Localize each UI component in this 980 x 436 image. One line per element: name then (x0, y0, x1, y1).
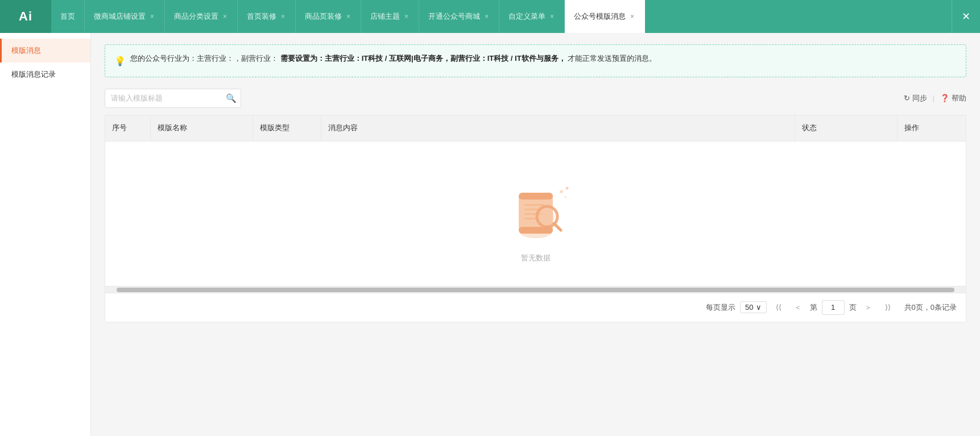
svg-rect-6 (524, 213, 543, 215)
svg-point-9 (540, 209, 555, 224)
close-all-button[interactable]: ✕ (952, 0, 980, 33)
tab-label: 首页装修 (247, 11, 276, 22)
tab-close-icon[interactable]: × (483, 11, 490, 22)
table-col-模版类型: 模版类型 (253, 115, 321, 141)
first-page-button[interactable]: ⟨⟨ (771, 300, 786, 315)
svg-rect-7 (524, 218, 537, 219)
page-label-before: 第 (810, 302, 817, 313)
table-col-状态: 状态 (795, 115, 898, 141)
tab-微商城店铺设置[interactable]: 微商城店铺设置× (85, 0, 165, 33)
tab-label: 首页 (60, 11, 75, 22)
table-col-模版名称: 模版名称 (151, 115, 253, 141)
tab-label: 店铺主题 (370, 11, 400, 22)
scrollbar-thumb[interactable] (117, 288, 954, 292)
tab-开通公众号商城[interactable]: 开通公众号商城× (419, 0, 499, 33)
tab-首页装修[interactable]: 首页装修× (238, 0, 296, 33)
main-layout: 模版消息模版消息记录 💡 您的公众号行业为：主营行业：，副营行业： 需要设置为：… (0, 33, 980, 436)
page-input[interactable] (822, 300, 845, 315)
table-header: 序号模版名称模版类型消息内容状态操作 (105, 115, 966, 142)
chevron-down-icon: ∨ (756, 303, 762, 312)
svg-point-11 (560, 190, 563, 193)
tab-公众号模版消息[interactable]: 公众号模版消息× (565, 0, 645, 33)
table-wrap: 序号模版名称模版类型消息内容状态操作 (105, 115, 966, 322)
notice-text: 您的公众号行业为：主营行业：，副营行业： 需要设置为：主营行业：IT科技 / 互… (130, 53, 656, 65)
search-button[interactable]: 🔍 (221, 89, 241, 108)
sidebar: 模版消息模版消息记录 (0, 33, 91, 436)
tab-首页[interactable]: 首页 (51, 0, 85, 33)
last-page-button[interactable]: ⟩⟩ (880, 300, 895, 315)
bulb-icon: 💡 (114, 54, 126, 69)
tab-close-icon[interactable]: × (280, 11, 286, 22)
tab-label: 自定义菜单 (508, 11, 545, 22)
logo: Ai (0, 0, 51, 33)
tab-商品分类设置[interactable]: 商品分类设置× (165, 0, 238, 33)
svg-point-12 (564, 196, 567, 198)
search-box: 🔍 (105, 89, 241, 108)
tab-label: 开通公众号商城 (428, 11, 480, 22)
empty-illustration (502, 176, 570, 244)
page-label-after: 页 (849, 302, 857, 313)
svg-line-10 (554, 223, 561, 230)
tab-close-icon[interactable]: × (629, 11, 635, 22)
svg-point-13 (565, 186, 568, 189)
sync-icon: ↻ (904, 94, 910, 102)
toolbar: 🔍 ↻ 同步 | ❓ 帮助 (105, 89, 966, 108)
page-size-select[interactable]: 50 ∨ (740, 301, 766, 313)
notice-box: 💡 您的公众号行业为：主营行业：，副营行业： 需要设置为：主营行业：IT科技 /… (105, 44, 966, 77)
page-size-label: 每页显示 (706, 302, 735, 313)
svg-rect-2 (519, 193, 553, 200)
notice-highlight: 需要设置为：主营行业：IT科技 / 互联网|电子商务，副营行业：IT科技 / I… (280, 54, 566, 63)
tab-bar: 首页微商城店铺设置×商品分类设置×首页装修×商品页装修×店铺主题×开通公众号商城… (51, 0, 952, 33)
divider: | (933, 94, 934, 102)
sidebar-item-模版消息[interactable]: 模版消息 (0, 39, 90, 63)
table-col-消息内容: 消息内容 (321, 115, 795, 141)
svg-rect-4 (524, 204, 544, 206)
table-col-操作: 操作 (898, 115, 966, 141)
toolbar-right: ↻ 同步 | ❓ 帮助 (904, 93, 966, 103)
tab-close-icon[interactable]: × (549, 11, 555, 22)
help-icon: ❓ (940, 94, 949, 102)
sync-button[interactable]: ↻ 同步 (904, 93, 927, 103)
pagination: 每页显示 50 ∨ ⟨⟨ ＜ 第 页 ＞ ⟩⟩ 共0页，0条记录 (105, 293, 966, 322)
empty-state: 暂无数据 (105, 142, 966, 286)
help-button[interactable]: ❓ 帮助 (940, 93, 966, 103)
sidebar-item-模版消息记录[interactable]: 模版消息记录 (0, 63, 90, 86)
tab-label: 微商城店铺设置 (94, 11, 146, 22)
tab-店铺主题[interactable]: 店铺主题× (361, 0, 419, 33)
tab-label: 商品分类设置 (174, 11, 218, 22)
horizontal-scrollbar[interactable] (105, 286, 966, 293)
tab-商品页装修[interactable]: 商品页装修× (296, 0, 361, 33)
tab-label: 公众号模版消息 (574, 11, 626, 22)
table-col-序号: 序号 (105, 115, 151, 141)
tab-close-icon[interactable]: × (149, 11, 155, 22)
main-content: 💡 您的公众号行业为：主营行业：，副营行业： 需要设置为：主营行业：IT科技 /… (91, 33, 980, 436)
prev-page-button[interactable]: ＜ (791, 300, 805, 315)
tab-label: 商品页装修 (305, 11, 342, 22)
tab-close-icon[interactable]: × (222, 11, 228, 22)
total-text: 共0页，0条记录 (904, 302, 957, 313)
tab-close-icon[interactable]: × (403, 11, 410, 22)
top-nav: Ai 首页微商城店铺设置×商品分类设置×首页装修×商品页装修×店铺主题×开通公众… (0, 0, 980, 33)
tab-自定义菜单[interactable]: 自定义菜单× (499, 0, 565, 33)
empty-text: 暂无数据 (521, 253, 551, 263)
next-page-button[interactable]: ＞ (861, 300, 876, 315)
tab-close-icon[interactable]: × (345, 11, 352, 22)
search-input[interactable] (105, 94, 221, 102)
